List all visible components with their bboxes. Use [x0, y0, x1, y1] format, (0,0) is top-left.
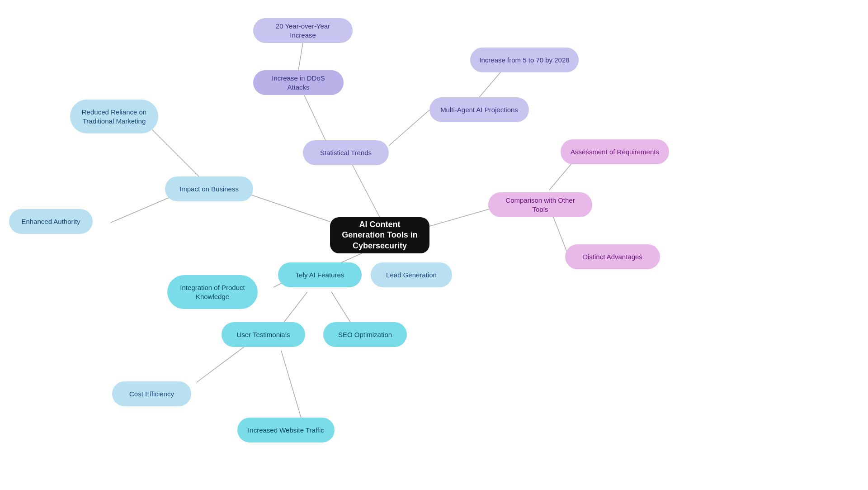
- svg-line-15: [331, 292, 353, 326]
- svg-line-3: [389, 110, 429, 146]
- node-comparison-tools: Comparison with Other Tools: [488, 192, 592, 217]
- node-increase-from: Increase from 5 to 70 by 2028: [470, 48, 579, 72]
- node-increase-ddos: Increase in DDoS Attacks: [253, 70, 344, 95]
- svg-line-8: [429, 207, 497, 226]
- node-increased-website: Increased Website Traffic: [237, 418, 335, 442]
- svg-line-6: [149, 127, 199, 176]
- node-integration: Integration of Product Knowledge: [167, 275, 258, 309]
- center-node: AI Content Generation Tools in Cybersecu…: [330, 217, 429, 253]
- node-reduced-reliance: Reduced Reliance on Traditional Marketin…: [70, 100, 158, 133]
- node-user-testimonials: User Testimonials: [222, 322, 305, 347]
- node-multi-agent: Multi-Agent AI Projections: [429, 97, 529, 122]
- node-assessment: Assessment of Requirements: [561, 139, 669, 164]
- svg-line-2: [298, 43, 303, 70]
- node-statistical-trends: Statistical Trends: [303, 140, 389, 165]
- node-distinct-advantages: Distinct Advantages: [565, 244, 660, 269]
- node-cost-efficiency: Cost Efficiency: [112, 381, 191, 406]
- node-year-over-year: 20 Year-over-Year Increase: [253, 18, 353, 43]
- node-impact-on-business: Impact on Business: [165, 176, 253, 201]
- node-seo-optimization: SEO Optimization: [323, 322, 407, 347]
- node-lead-generation: Lead Generation: [371, 262, 452, 287]
- node-tely-ai: Tely AI Features: [278, 262, 362, 287]
- node-enhanced-authority: Enhanced Authority: [9, 209, 93, 234]
- svg-line-14: [281, 292, 307, 326]
- svg-line-17: [281, 351, 302, 421]
